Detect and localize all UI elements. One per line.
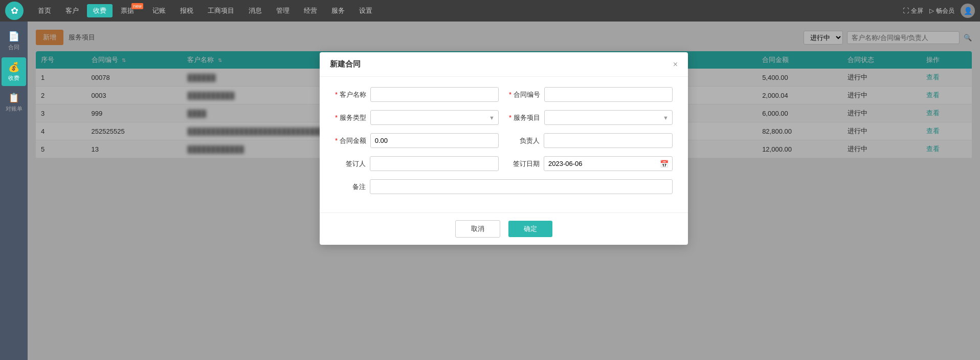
sign-date-wrapper: 📅: [544, 156, 673, 171]
signer-input[interactable]: [370, 156, 499, 171]
nav-operation[interactable]: 经营: [298, 4, 323, 17]
remark-input[interactable]: [370, 179, 673, 194]
contract-amount-label: 合同金额: [335, 136, 366, 145]
customer-name-input[interactable]: [370, 87, 499, 102]
sidebar-statement-label: 对账单: [6, 105, 23, 113]
contract-no-input[interactable]: [544, 87, 673, 102]
service-type-select-wrapper: ▼: [370, 110, 499, 125]
service-type-label: 服务类型: [335, 113, 366, 122]
nav-invoice[interactable]: 票据 new: [115, 4, 144, 17]
main-layout: 📄 合同 💰 收费 📋 对账单 新增 服务项目 进行中 已完成 已终止 �: [0, 22, 980, 360]
vip-button[interactable]: ▷ 畅会员: [929, 7, 954, 15]
nav-tax[interactable]: 报税: [174, 4, 199, 17]
responsible-label: 负责人: [509, 136, 540, 145]
customer-name-label: 客户名称: [335, 90, 366, 99]
top-nav: ✿ 首页 客户 收费 票据 new 记账 报税 工商项目 消息 管理 经营 服务…: [0, 0, 980, 22]
nav-right: ⛶ 全屏 ▷ 畅会员 👤: [903, 4, 975, 18]
responsible-input[interactable]: [544, 133, 673, 148]
sign-date-group: 签订日期 📅: [509, 156, 673, 171]
contract-no-group: 合同编号: [509, 87, 673, 102]
service-item-select[interactable]: [544, 110, 673, 125]
form-row-1: 客户名称 合同编号: [335, 87, 673, 102]
form-row-5: 备注: [335, 179, 673, 194]
modal-close-button[interactable]: ×: [673, 60, 678, 69]
vip-label: 畅会员: [936, 7, 954, 15]
customer-name-group: 客户名称: [335, 87, 499, 102]
sign-date-label: 签订日期: [509, 159, 540, 168]
signer-group: 签订人: [335, 156, 499, 171]
form-row-4: 签订人 签订日期 📅: [335, 156, 673, 171]
nav-settings[interactable]: 设置: [353, 4, 378, 17]
fullscreen-button[interactable]: ⛶ 全屏: [903, 7, 923, 15]
sidebar-item-statement[interactable]: 📋 对账单: [2, 88, 26, 117]
nav-home[interactable]: 首页: [32, 4, 57, 17]
new-badge: new: [131, 3, 143, 9]
avatar[interactable]: 👤: [961, 4, 975, 18]
nav-message[interactable]: 消息: [242, 4, 268, 17]
signer-label: 签订人: [335, 159, 366, 168]
fullscreen-label: 全屏: [911, 7, 923, 15]
nav-fee[interactable]: 收费: [87, 4, 113, 17]
service-item-label: 服务项目: [509, 113, 540, 122]
sidebar-item-contract[interactable]: 📄 合同: [2, 27, 26, 55]
nav-bookkeeping[interactable]: 记账: [146, 4, 172, 17]
sidebar-fee-label: 收费: [8, 74, 19, 82]
new-contract-modal: 新建合同 × 客户名称 合同编号: [320, 52, 688, 245]
remark-group: 备注: [335, 179, 673, 194]
nav-customer[interactable]: 客户: [59, 4, 85, 17]
remark-label: 备注: [335, 182, 366, 192]
cancel-button[interactable]: 取消: [455, 220, 500, 238]
sidebar: 📄 合同 💰 收费 📋 对账单: [0, 22, 28, 360]
service-item-group: 服务项目 ▼: [509, 110, 673, 125]
nav-items: 首页 客户 收费 票据 new 记账 报税 工商项目 消息 管理 经营 服务 设…: [32, 4, 903, 17]
form-row-3: 合同金额 负责人: [335, 133, 673, 148]
play-icon: ▷: [929, 7, 934, 14]
contract-icon: 📄: [8, 31, 19, 42]
fullscreen-icon: ⛶: [903, 7, 909, 14]
service-type-select[interactable]: [370, 110, 499, 125]
modal-overlay: 新建合同 × 客户名称 合同编号: [28, 22, 980, 360]
statement-icon: 📋: [8, 92, 19, 103]
form-row-2: 服务类型 ▼ 服务项目 ▼: [335, 110, 673, 125]
nav-service[interactable]: 服务: [325, 4, 351, 17]
service-type-group: 服务类型 ▼: [335, 110, 499, 125]
fee-icon: 💰: [8, 61, 19, 73]
modal-header: 新建合同 ×: [320, 52, 688, 77]
modal-body: 客户名称 合同编号 服务类型: [320, 77, 688, 213]
contract-no-label: 合同编号: [509, 90, 540, 99]
content-area: 新增 服务项目 进行中 已完成 已终止 🔍 序号 合同编号 ⇅: [28, 22, 980, 360]
sidebar-contract-label: 合同: [8, 44, 19, 51]
sign-date-input[interactable]: [544, 156, 673, 171]
responsible-group: 负责人: [509, 133, 673, 148]
logo[interactable]: ✿: [5, 2, 24, 20]
avatar-icon: 👤: [964, 7, 972, 15]
service-item-select-wrapper: ▼: [544, 110, 673, 125]
nav-business[interactable]: 工商项目: [202, 4, 240, 17]
contract-amount-input[interactable]: [370, 133, 499, 148]
confirm-button[interactable]: 确定: [508, 221, 552, 237]
sidebar-item-fee[interactable]: 💰 收费: [2, 57, 26, 86]
nav-manage[interactable]: 管理: [270, 4, 296, 17]
modal-title: 新建合同: [330, 59, 361, 69]
logo-icon: ✿: [11, 5, 18, 16]
contract-amount-group: 合同金额: [335, 133, 499, 148]
modal-footer: 取消 确定: [320, 213, 688, 245]
